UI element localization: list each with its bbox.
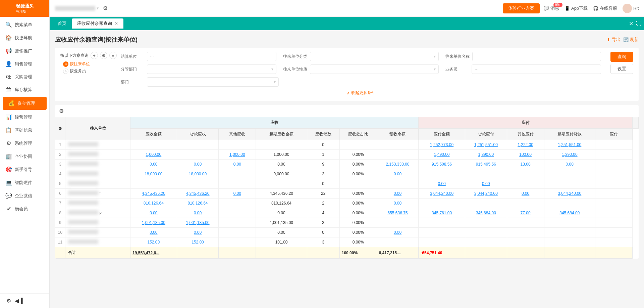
app-download-action[interactable]: 📱 App下载 <box>565 5 588 11</box>
cell-ar-advance[interactable]: 2,153,333.00 <box>377 160 419 169</box>
unit-nature-input[interactable]: ▾ <box>310 64 439 74</box>
filter-option-by-unit[interactable]: ㎝ 按往来单位 <box>63 61 117 67</box>
cell-ar-loan[interactable]: 4,345,436.20 <box>177 189 219 199</box>
cell-ap-loan[interactable]: 915,495.56 <box>465 160 507 169</box>
cell-ar-loan <box>177 179 219 189</box>
cell-ar-advance[interactable]: 0.00 <box>377 169 419 179</box>
filter-option-by-staff[interactable]: ○ 按业务员 <box>63 68 117 74</box>
cell-ap-amount[interactable]: 1,252,773.00 <box>419 140 465 150</box>
cell-ar-advance[interactable]: 0.00 <box>377 189 419 199</box>
tab-arb-query[interactable]: 应收应付余额查询 ✕ <box>72 18 123 29</box>
collapse-filter-button[interactable]: « <box>109 52 117 59</box>
cell-ar-amount[interactable]: 0.00 <box>130 228 177 237</box>
tabbar-expand-icon[interactable]: ⛶ <box>636 20 641 27</box>
footer-settings-icon[interactable]: ⚙ <box>5 298 12 304</box>
cell-ap-loan[interactable]: 3,044,240.00 <box>465 189 507 199</box>
add-filter-button[interactable]: + <box>91 52 98 59</box>
cell-ap-overdue[interactable]: 1,390.00 <box>544 150 595 160</box>
cell-ap-other[interactable]: 100.00 <box>507 150 544 160</box>
cell-ar-loan[interactable]: 810,126.64 <box>177 199 219 208</box>
cell-ap-overdue[interactable]: 3,044,240.00 <box>544 189 595 199</box>
cell-ap-loan[interactable]: 345,684.00 <box>465 208 507 218</box>
cell-ar-amount[interactable]: 0.00 <box>130 208 177 218</box>
unit-category-input[interactable]: ▾ <box>310 52 439 61</box>
cell-ap-amount[interactable]: 0.00 <box>419 179 465 189</box>
cell-ap-loan[interactable]: 1,251,551.00 <box>465 140 507 150</box>
cell-ap-other[interactable]: 77.00 <box>507 208 544 218</box>
topbar-gear-icon[interactable]: ⚙ <box>103 5 108 11</box>
cell-ar-loan[interactable]: 1,001,135.00 <box>177 218 219 228</box>
cell-ar-amount[interactable]: 18,000.00 <box>130 169 177 179</box>
cell-ap-overdue[interactable]: 0.00 <box>544 160 595 169</box>
cell-ar-loan[interactable]: 18,000.00 <box>177 169 219 179</box>
cell-ar-loan[interactable]: 0.00 <box>177 228 219 237</box>
message-action[interactable]: 💬 消息 99+ <box>544 5 559 11</box>
cell-ar-amount[interactable]: 1,000.00 <box>130 150 177 160</box>
cell-ap-other[interactable]: 0.00 <box>507 189 544 199</box>
sidebar-item-member[interactable]: ✔ 畅会员 <box>0 202 49 215</box>
sidebar-item-search[interactable]: 🔍 搜索菜单 <box>0 18 49 31</box>
sidebar-item-system[interactable]: ⚙ 系统管理 <box>0 137 49 150</box>
cell-ar-amount[interactable]: 152.00 <box>130 237 177 247</box>
tab-close-icon[interactable]: ✕ <box>115 21 118 26</box>
cell-ar-loan[interactable]: 0.00 <box>177 208 219 218</box>
cell-ap-loan[interactable]: 0.00 <box>465 179 507 189</box>
sidebar-item-purchase[interactable]: 🛍 采购管理 <box>0 71 49 83</box>
query-button[interactable]: 查询 <box>610 52 633 62</box>
tabbar-close-icon[interactable]: ✕ <box>629 20 633 27</box>
sidebar-item-sales[interactable]: 👤 销售管理 <box>0 57 49 71</box>
cell-ap-other[interactable]: 1,222.00 <box>507 140 544 150</box>
tab-home[interactable]: 首页 <box>52 18 72 29</box>
dept-input[interactable]: ▾ <box>147 77 279 87</box>
sidebar-item-marketing[interactable]: 📢 营销推广 <box>0 44 49 57</box>
table-settings-icon[interactable]: ⚙ <box>59 108 64 114</box>
cell-ar-loan <box>177 150 219 160</box>
cell-ar-loan[interactable]: 0.00 <box>177 160 219 169</box>
cell-ar-advance[interactable]: 0.00 <box>377 228 419 237</box>
cell-ar-amount[interactable]: 1,001,135.00 <box>130 218 177 228</box>
service-action[interactable]: 🎧 在线客服 <box>593 5 617 11</box>
sidebar-item-enterprise[interactable]: 🏢 企业协同 <box>0 150 49 163</box>
cell-ap-amount[interactable]: 1,490.00 <box>419 150 465 160</box>
cell-ar-advance[interactable]: 0.00 <box>377 199 419 208</box>
cell-ap-amount[interactable]: 345,761.00 <box>419 208 465 218</box>
edit-filter-button[interactable]: ⚙ <box>100 52 107 59</box>
refresh-action[interactable]: 🔄 刷新 <box>623 37 639 43</box>
cell-ap-loan[interactable]: 1,390.00 <box>465 150 507 160</box>
cell-ap-other <box>507 218 544 228</box>
cell-ap-other <box>507 169 544 179</box>
footer-collapse-icon[interactable]: ◀▐ <box>15 298 21 304</box>
cell-ar-other[interactable]: 0.00 <box>219 160 256 169</box>
salesperson-input[interactable]: ··· <box>472 64 601 74</box>
user-action[interactable]: Rit <box>623 4 639 13</box>
cell-ar-amount[interactable]: 4,345,436.20 <box>130 189 177 199</box>
sidebar-item-inventory[interactable]: 🏛 库存核算 <box>0 83 49 96</box>
sidebar-item-basic[interactable]: 📋 基础信息 <box>0 124 49 137</box>
filter-collapse-button[interactable]: ∧ 收起更多条件 <box>121 89 601 97</box>
cell-ap-amount[interactable]: 915,508.56 <box>419 160 465 169</box>
export-action[interactable]: ⬆ 导出 <box>607 37 621 43</box>
cell-ar-amount <box>130 140 177 150</box>
dept-managed-input[interactable]: ▾ <box>147 64 276 74</box>
cell-ar-advance[interactable]: 655,636.75 <box>377 208 419 218</box>
settlement-input[interactable]: ··· <box>147 52 276 61</box>
unit-name-input[interactable] <box>472 52 601 61</box>
settings-button[interactable]: 设置 <box>610 64 633 74</box>
cell-ar-amount[interactable]: 0.00 <box>130 160 177 169</box>
sidebar-item-finance[interactable]: 💰 资金管理 <box>3 97 47 110</box>
sidebar-item-shortcut[interactable]: 🏠 快捷导航 <box>0 31 49 44</box>
cell-ap-amount[interactable]: 3,044,240.00 <box>419 189 465 199</box>
sidebar-item-guide[interactable]: 🎯 新手引导 <box>0 163 49 176</box>
cell-ar-other[interactable]: 1,000.00 <box>219 150 256 160</box>
cell-ap-overdue[interactable]: 1,251,551.00 <box>544 140 595 150</box>
sidebar-item-operations[interactable]: 📊 经营管理 <box>0 111 49 124</box>
user-avatar <box>623 4 632 13</box>
cell-ar-amount[interactable]: 810,126.64 <box>130 199 177 208</box>
sidebar-item-wechat[interactable]: 💬 企业微信 <box>0 189 49 202</box>
cell-ar-other[interactable]: 0.00 <box>219 189 256 199</box>
sidebar-item-hardware[interactable]: 💻 智能硬件 <box>0 176 49 189</box>
cell-ap-overdue[interactable]: 345,684.00 <box>544 208 595 218</box>
solution-button[interactable]: 体验行业方案 <box>503 3 540 13</box>
cell-ar-loan[interactable]: 152.00 <box>177 237 219 247</box>
cell-ap-other[interactable]: 13.00 <box>507 160 544 169</box>
